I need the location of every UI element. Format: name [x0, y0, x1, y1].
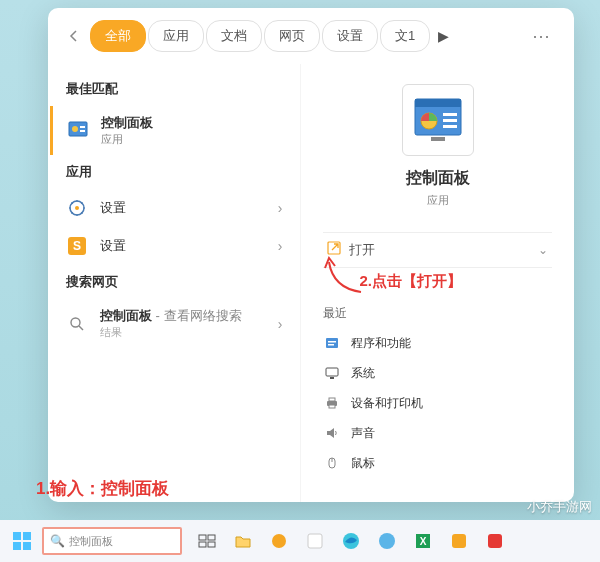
- tab-all[interactable]: 全部: [90, 20, 146, 52]
- open-label: 打开: [349, 241, 538, 259]
- open-icon: [327, 241, 341, 259]
- search-icon: 🔍: [50, 534, 65, 548]
- svg-line-9: [79, 326, 83, 330]
- preview-column: 控制面板 应用 打开 ⌄ 2.点击【打开】 最近 程序和功能 系统 设备和打印机…: [300, 64, 574, 502]
- chevron-down-icon: ⌄: [538, 243, 548, 257]
- svg-text:X: X: [420, 536, 427, 547]
- search-panel: 全部 应用 文档 网页 设置 文1 ▶ ⋯ 最佳匹配 控制面板 应用 应用: [48, 8, 574, 502]
- explorer-icon[interactable]: [230, 528, 256, 554]
- tab-apps[interactable]: 应用: [148, 20, 204, 52]
- panel-content: 最佳匹配 控制面板 应用 应用 设置 › S 设置 ›: [48, 64, 574, 502]
- taskview-icon[interactable]: [194, 528, 220, 554]
- panel-header: 全部 应用 文档 网页 设置 文1 ▶ ⋯: [48, 8, 574, 64]
- recent-item-sound[interactable]: 声音: [323, 418, 552, 448]
- svg-point-36: [272, 534, 286, 548]
- sogou-icon: S: [66, 235, 88, 257]
- system-icon: [323, 364, 341, 382]
- app-icon-4[interactable]: [446, 528, 472, 554]
- svg-rect-3: [80, 130, 85, 132]
- svg-rect-18: [326, 338, 338, 348]
- chevron-right-icon: ›: [278, 200, 283, 216]
- start-button[interactable]: [6, 525, 38, 557]
- chevron-right-icon: ›: [278, 238, 283, 254]
- svg-rect-43: [488, 534, 502, 548]
- svg-rect-20: [328, 344, 334, 346]
- taskbar-search-box[interactable]: 🔍: [42, 527, 182, 555]
- back-arrow-icon[interactable]: [62, 24, 86, 48]
- web-search-result[interactable]: 控制面板 - 查看网络搜索 结果 ›: [48, 299, 300, 348]
- svg-rect-11: [415, 99, 461, 107]
- web-result-text: 控制面板 - 查看网络搜索: [100, 307, 278, 325]
- svg-rect-28: [13, 532, 21, 540]
- tab-settings[interactable]: 设置: [322, 20, 378, 52]
- svg-rect-2: [80, 126, 85, 128]
- app-label: 设置: [100, 237, 278, 255]
- app-result-settings-2[interactable]: S 设置 ›: [48, 227, 300, 265]
- edge-icon[interactable]: [338, 528, 364, 554]
- taskbar: 🔍 X: [0, 520, 600, 562]
- recent-item-devices[interactable]: 设备和打印机: [323, 388, 552, 418]
- svg-rect-24: [329, 398, 335, 401]
- preview-app-icon: [402, 84, 474, 156]
- chevron-right-icon: ›: [278, 316, 283, 332]
- best-match-heading: 最佳匹配: [48, 72, 300, 106]
- control-panel-icon: [67, 120, 89, 142]
- svg-rect-37: [308, 534, 322, 548]
- more-menu-icon[interactable]: ⋯: [524, 25, 560, 47]
- svg-rect-15: [443, 125, 457, 128]
- svg-rect-35: [208, 542, 215, 547]
- svg-point-39: [379, 533, 395, 549]
- preview-subtitle: 应用: [323, 193, 552, 208]
- speaker-icon: [323, 424, 341, 442]
- svg-rect-13: [443, 113, 457, 116]
- svg-point-1: [72, 126, 78, 132]
- search-icon: [66, 313, 88, 335]
- svg-rect-21: [326, 368, 338, 376]
- svg-point-5: [75, 206, 79, 210]
- recent-item-system[interactable]: 系统: [323, 358, 552, 388]
- svg-rect-29: [23, 532, 31, 540]
- header-tabs: 全部 应用 文档 网页 设置 文1 ▶: [90, 20, 520, 52]
- recent-item-programs[interactable]: 程序和功能: [323, 328, 552, 358]
- taskbar-pinned-apps: X: [194, 528, 508, 554]
- results-column: 最佳匹配 控制面板 应用 应用 设置 › S 设置 ›: [48, 64, 300, 502]
- tabs-overflow-arrow-icon[interactable]: ▶: [432, 28, 455, 44]
- svg-rect-30: [13, 542, 21, 550]
- app-result-settings-1[interactable]: 设置 ›: [48, 189, 300, 227]
- svg-rect-25: [329, 405, 335, 408]
- svg-rect-14: [443, 119, 457, 122]
- svg-rect-42: [452, 534, 466, 548]
- tab-documents[interactable]: 文档: [206, 20, 262, 52]
- best-match-title: 控制面板: [101, 114, 286, 132]
- app-icon-2[interactable]: [302, 528, 328, 554]
- open-button[interactable]: 打开 ⌄: [323, 232, 552, 268]
- svg-rect-31: [23, 542, 31, 550]
- app-icon-3[interactable]: [374, 528, 400, 554]
- apps-heading: 应用: [48, 155, 300, 189]
- gear-icon: [66, 197, 88, 219]
- annotation-step-2: 2.点击【打开】: [359, 272, 552, 291]
- recent-item-mouse[interactable]: 鼠标: [323, 448, 552, 478]
- mouse-icon: [323, 454, 341, 472]
- app-label: 设置: [100, 199, 278, 217]
- best-match-item[interactable]: 控制面板 应用: [50, 106, 300, 155]
- annotation-step-1: 1.输入：控制面板: [36, 477, 169, 500]
- tab-more-truncated[interactable]: 文1: [380, 20, 430, 52]
- web-heading: 搜索网页: [48, 265, 300, 299]
- excel-icon[interactable]: X: [410, 528, 436, 554]
- svg-rect-19: [328, 341, 336, 343]
- app-icon-1[interactable]: [266, 528, 292, 554]
- svg-rect-16: [431, 137, 445, 141]
- tab-web[interactable]: 网页: [264, 20, 320, 52]
- svg-point-8: [71, 318, 80, 327]
- svg-rect-34: [199, 542, 206, 547]
- recent-section: 最近 程序和功能 系统 设备和打印机 声音 鼠标: [323, 305, 552, 478]
- app-icon-5[interactable]: [482, 528, 508, 554]
- watermark-text: 小乔手游网: [527, 498, 592, 516]
- printer-icon: [323, 394, 341, 412]
- taskbar-search-input[interactable]: [69, 535, 174, 547]
- best-match-subtitle: 应用: [101, 132, 286, 147]
- svg-text:S: S: [73, 239, 81, 253]
- preview-title: 控制面板: [323, 168, 552, 189]
- svg-rect-32: [199, 535, 206, 540]
